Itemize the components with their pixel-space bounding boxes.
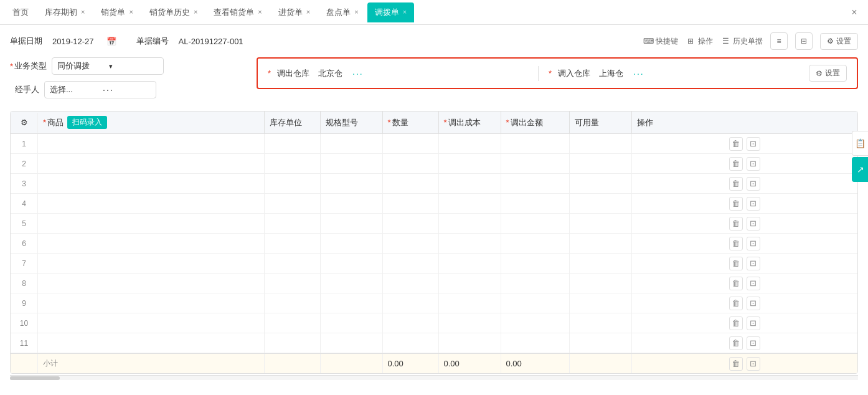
tab-close-init-inventory[interactable]: ×: [81, 9, 85, 16]
copy-row-7-button[interactable]: ⊡: [747, 257, 760, 270]
td-unit-6[interactable]: [265, 234, 321, 254]
copy-row-9-button[interactable]: ⊡: [747, 297, 760, 310]
delete-row-6-button[interactable]: 🗑: [729, 237, 743, 250]
td-qty-5[interactable]: [383, 214, 439, 234]
tab-transfer-order[interactable]: 调拨单 ×: [367, 2, 414, 22]
handler-select[interactable]: 选择... ···: [44, 81, 156, 98]
settings-button[interactable]: ⚙ 设置: [820, 33, 858, 50]
td-product-6[interactable]: [38, 234, 265, 254]
td-amount-1[interactable]: [501, 134, 570, 154]
td-spec-11[interactable]: [321, 333, 383, 353]
td-product-5[interactable]: [38, 214, 265, 234]
calendar-icon[interactable]: 📅: [106, 37, 116, 46]
delete-row-2-button[interactable]: 🗑: [729, 157, 743, 171]
scan-input-button[interactable]: 扫码录入: [67, 116, 107, 129]
td-product-9[interactable]: [38, 293, 265, 313]
td-amount-6[interactable]: [501, 234, 570, 254]
td-qty-1[interactable]: [383, 134, 439, 154]
tab-close-sales-order[interactable]: ×: [129, 9, 133, 16]
td-amount-7[interactable]: [501, 254, 570, 274]
tab-home[interactable]: 首页: [5, 2, 36, 22]
th-settings[interactable]: ⚙: [11, 113, 38, 133]
warehouse-settings-button[interactable]: ⚙ 设置: [809, 65, 847, 82]
copy-row-2-button[interactable]: ⊡: [747, 157, 760, 171]
td-cost-10[interactable]: [439, 313, 501, 333]
subtotal-copy-icon[interactable]: ⊡: [747, 357, 760, 371]
td-spec-7[interactable]: [321, 254, 383, 274]
table-layout-button[interactable]: ⊟: [795, 32, 813, 50]
td-avail-8[interactable]: [570, 274, 632, 293]
td-unit-10[interactable]: [265, 313, 321, 333]
td-cost-1[interactable]: [439, 134, 501, 154]
td-unit-3[interactable]: [265, 174, 321, 194]
td-qty-11[interactable]: [383, 333, 439, 353]
tab-inventory-check[interactable]: 盘点单 ×: [319, 2, 366, 22]
tab-close-view-sales[interactable]: ×: [258, 9, 262, 16]
tab-close-purchase[interactable]: ×: [306, 9, 310, 16]
td-unit-1[interactable]: [265, 134, 321, 154]
td-qty-10[interactable]: [383, 313, 439, 333]
td-spec-5[interactable]: [321, 214, 383, 234]
td-amount-3[interactable]: [501, 174, 570, 194]
copy-row-10-button[interactable]: ⊡: [747, 316, 760, 330]
history-button[interactable]: ☰ 历史单据: [720, 36, 763, 47]
list-view-button[interactable]: ≡: [770, 32, 788, 50]
td-product-1[interactable]: [38, 134, 265, 154]
in-warehouse-more[interactable]: ···: [633, 69, 644, 79]
td-cost-3[interactable]: [439, 174, 501, 194]
td-amount-4[interactable]: [501, 194, 570, 214]
td-amount-11[interactable]: [501, 333, 570, 353]
td-product-2[interactable]: [38, 154, 265, 174]
copy-row-1-button[interactable]: ⊡: [747, 137, 760, 151]
delete-row-5-button[interactable]: 🗑: [729, 217, 743, 231]
td-cost-8[interactable]: [439, 274, 501, 293]
td-unit-7[interactable]: [265, 254, 321, 274]
tab-close-sales-history[interactable]: ×: [194, 9, 197, 16]
copy-row-8-button[interactable]: ⊡: [747, 277, 760, 290]
td-product-8[interactable]: [38, 274, 265, 293]
delete-row-3-button[interactable]: 🗑: [729, 177, 743, 191]
tab-sales-history[interactable]: 销货单历史 ×: [142, 2, 205, 22]
td-spec-10[interactable]: [321, 313, 383, 333]
tab-view-sales[interactable]: 查看销货单 ×: [206, 2, 269, 22]
copy-row-3-button[interactable]: ⊡: [747, 177, 760, 191]
td-unit-4[interactable]: [265, 194, 321, 214]
td-avail-1[interactable]: [570, 134, 632, 154]
td-amount-10[interactable]: [501, 313, 570, 333]
tab-purchase-order[interactable]: 进货单 ×: [271, 2, 318, 22]
td-unit-11[interactable]: [265, 333, 321, 353]
td-cost-5[interactable]: [439, 214, 501, 234]
td-spec-8[interactable]: [321, 274, 383, 293]
subtotal-delete-icon[interactable]: 🗑: [729, 357, 743, 371]
td-product-7[interactable]: [38, 254, 265, 274]
delete-row-8-button[interactable]: 🗑: [729, 277, 743, 290]
td-qty-4[interactable]: [383, 194, 439, 214]
delete-row-4-button[interactable]: 🗑: [729, 197, 743, 211]
td-cost-6[interactable]: [439, 234, 501, 254]
td-amount-9[interactable]: [501, 293, 570, 313]
td-product-10[interactable]: [38, 313, 265, 333]
scrollbar-thumb[interactable]: [10, 376, 60, 380]
td-avail-7[interactable]: [570, 254, 632, 274]
td-unit-9[interactable]: [265, 293, 321, 313]
td-unit-5[interactable]: [265, 214, 321, 234]
td-cost-9[interactable]: [439, 293, 501, 313]
horizontal-scrollbar[interactable]: [10, 375, 858, 380]
td-qty-9[interactable]: [383, 293, 439, 313]
td-cost-11[interactable]: [439, 333, 501, 353]
td-unit-2[interactable]: [265, 154, 321, 174]
handler-more-icon[interactable]: ···: [103, 85, 151, 95]
td-avail-2[interactable]: [570, 154, 632, 174]
copy-row-6-button[interactable]: ⊡: [747, 237, 760, 250]
out-warehouse-more[interactable]: ···: [352, 69, 364, 79]
td-product-11[interactable]: [38, 333, 265, 353]
tab-sales-order[interactable]: 销货单 ×: [93, 2, 140, 22]
td-product-3[interactable]: [38, 174, 265, 194]
copy-row-5-button[interactable]: ⊡: [747, 217, 760, 231]
td-avail-4[interactable]: [570, 194, 632, 214]
td-cost-2[interactable]: [439, 154, 501, 174]
td-cost-7[interactable]: [439, 254, 501, 274]
operations-button[interactable]: ⊞ 操作: [686, 36, 713, 47]
side-notes-button[interactable]: 📋: [852, 131, 868, 156]
delete-row-10-button[interactable]: 🗑: [729, 316, 743, 330]
